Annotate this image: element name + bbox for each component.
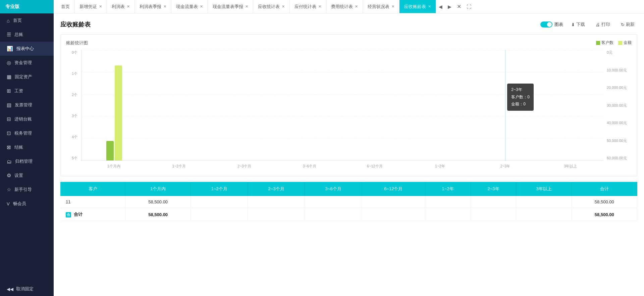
download-button[interactable]: ⬇ 下载 <box>569 20 588 29</box>
sidebar-item-assets[interactable]: ▦ 固定资产 <box>0 70 54 84</box>
th-y1-2: 1~2年 <box>425 182 471 196</box>
x-label-6: 2~3年 <box>473 164 538 169</box>
bar-group-3 <box>277 50 342 160</box>
tab-expand[interactable]: ⛶ <box>464 4 474 9</box>
th-m2-3: 2~3个月 <box>248 182 305 196</box>
tab-expense-stats[interactable]: 费用统计表 ✕ <box>326 0 363 13</box>
assets-icon: ▦ <box>7 74 11 80</box>
sidebar-label-archive: 归档管理 <box>15 158 33 164</box>
tab-operation[interactable]: 经营状况表 ✕ <box>363 0 399 13</box>
tab-receivable-aging-close[interactable]: ✕ <box>428 4 431 9</box>
row-customer: 11 <box>60 196 125 208</box>
sidebar-item-guide[interactable]: ☆ 新手引导 <box>0 183 54 197</box>
sidebar-item-vip[interactable]: V 畅会员 <box>0 197 54 211</box>
bar-group-0 <box>82 50 147 160</box>
row-y1-2 <box>425 196 471 208</box>
guide-icon: ☆ <box>7 187 11 193</box>
refresh-button[interactable]: ↻ 刷新 <box>618 20 637 29</box>
tab-receivable-aging[interactable]: 应收账龄表 ✕ <box>399 0 436 13</box>
th-customer: 客户 <box>60 182 125 196</box>
tab-voucher-label: 新增凭证 <box>79 4 97 10</box>
bar-group-1 <box>147 50 212 160</box>
tab-voucher-close[interactable]: ✕ <box>99 4 102 9</box>
page-actions: 图表 ⬇ 下载 🖨 打印 ↻ 刷新 <box>540 20 637 29</box>
sidebar-collapse-btn[interactable]: ◀◀ 取消固定 <box>0 282 54 296</box>
total-m3-6 <box>305 208 362 221</box>
y-left-1: 1个 <box>72 71 77 76</box>
sidebar-item-archive[interactable]: 🗂 归档管理 <box>0 154 54 168</box>
tab-operation-close[interactable]: ✕ <box>391 4 394 9</box>
tab-scroll-left[interactable]: ◀ <box>436 4 445 9</box>
checkout-icon: ⊠ <box>7 144 11 150</box>
y-right-0: 0元 <box>607 50 612 55</box>
sidebar-item-funds[interactable]: ◎ 资金管理 <box>0 56 54 70</box>
tab-cashflow-quarterly-close[interactable]: ✕ <box>245 4 248 9</box>
legend-customer-label: 客户数 <box>601 40 613 46</box>
tab-profit-quarterly-label: 利润表季报 <box>140 4 161 10</box>
total-y3plus <box>516 208 572 221</box>
row-m1-2 <box>191 196 248 208</box>
total-y2-3 <box>471 208 516 221</box>
tab-scroll-right[interactable]: ▶ <box>445 4 454 9</box>
chart-area <box>81 50 603 161</box>
tab-receivable-stats[interactable]: 应收统计表 ✕ <box>253 0 290 13</box>
refresh-label: 刷新 <box>626 21 635 28</box>
chart-legend: 客户数 金额 <box>596 40 632 46</box>
tab-payable-stats-label: 应付统计表 <box>294 4 316 10</box>
tab-profit-quarterly-close[interactable]: ✕ <box>163 4 166 9</box>
tab-receivable-stats-close[interactable]: ✕ <box>282 4 285 9</box>
total-m1-2 <box>191 208 248 221</box>
page-title: 应收账龄表 <box>60 20 91 29</box>
row-m1: 58,500.00 <box>125 196 191 208</box>
sidebar-item-stockbook[interactable]: ⊟ 进销台账 <box>0 112 54 126</box>
tab-profit-quarterly[interactable]: 利润表季报 ✕ <box>135 0 171 13</box>
stockbook-icon: ⊟ <box>7 116 11 122</box>
y-right-50000: 50,000.00元 <box>607 138 627 143</box>
chart-toggle[interactable]: 图表 <box>540 21 563 28</box>
tab-home[interactable]: 首页 <box>56 0 75 13</box>
x-label-2: 2~3个月 <box>212 164 277 169</box>
sidebar-item-invoice[interactable]: ▤ 发票管理 <box>0 98 54 112</box>
sidebar-item-checkout[interactable]: ⊠ 结账 <box>0 140 54 154</box>
tab-cashflow[interactable]: 现金流量表 ✕ <box>171 0 208 13</box>
sidebar-label-funds: 资金管理 <box>14 60 32 66</box>
tab-cashflow-quarterly[interactable]: 现金流量表季报 ✕ <box>208 0 253 13</box>
sidebar-label-reports: 报表中心 <box>16 46 34 52</box>
sidebar-item-home[interactable]: ⌂ 首页 <box>0 13 54 28</box>
collapse-icon: ◀◀ <box>7 287 13 292</box>
tab-profit-label: 利润表 <box>112 4 125 10</box>
tab-cashflow-close[interactable]: ✕ <box>200 4 203 9</box>
chart-title: 账龄统计图 <box>66 40 632 46</box>
sidebar-item-reports[interactable]: 📊 报表中心 <box>0 42 54 56</box>
funds-icon: ◎ <box>7 60 11 66</box>
print-button[interactable]: 🖨 打印 <box>593 20 613 29</box>
tab-close-all[interactable]: ✕ <box>454 3 464 10</box>
y-left-5: 5个 <box>72 156 77 161</box>
home-icon: ⌂ <box>7 18 10 23</box>
total-label: 合 合计 <box>60 208 125 221</box>
sidebar-label-ledger: 总账 <box>14 32 23 38</box>
x-labels: 1个月内 1~2个月 2~3个月 3~6个月 6~12个月 1~2年 2~3年 … <box>81 161 603 171</box>
tab-payable-stats[interactable]: 应付统计表 ✕ <box>290 0 326 13</box>
sidebar-item-tax[interactable]: ⊡ 税务管理 <box>0 126 54 140</box>
page-area: 应收账龄表 图表 ⬇ 下载 🖨 打印 ↻ 刷新 <box>54 13 644 296</box>
tab-expense-stats-close[interactable]: ✕ <box>355 4 358 9</box>
x-label-7: 3年以上 <box>538 164 603 169</box>
sidebar-item-ledger[interactable]: ☰ 总账 <box>0 28 54 42</box>
legend-customer: 客户数 <box>596 40 613 46</box>
sidebar-item-salary[interactable]: ⊞ 工资 <box>0 84 54 98</box>
bar-group-2 <box>212 50 277 160</box>
tab-profit[interactable]: 利润表 ✕ <box>107 0 135 13</box>
toggle-track[interactable] <box>540 21 552 28</box>
sidebar-item-settings[interactable]: ⚙ 设置 <box>0 168 54 183</box>
sidebar-label-invoice: 发票管理 <box>15 102 32 108</box>
tab-voucher[interactable]: 新增凭证 ✕ <box>75 0 107 13</box>
th-y3plus: 3年以上 <box>516 182 572 196</box>
legend-customer-dot <box>596 41 600 45</box>
total-m2-3 <box>248 208 305 221</box>
th-m3-6: 3~6个月 <box>305 182 362 196</box>
tab-operation-label: 经营状况表 <box>368 4 389 10</box>
tab-profit-close[interactable]: ✕ <box>127 4 130 9</box>
tab-payable-stats-close[interactable]: ✕ <box>318 4 321 9</box>
sidebar-label-tax: 税务管理 <box>14 130 32 136</box>
